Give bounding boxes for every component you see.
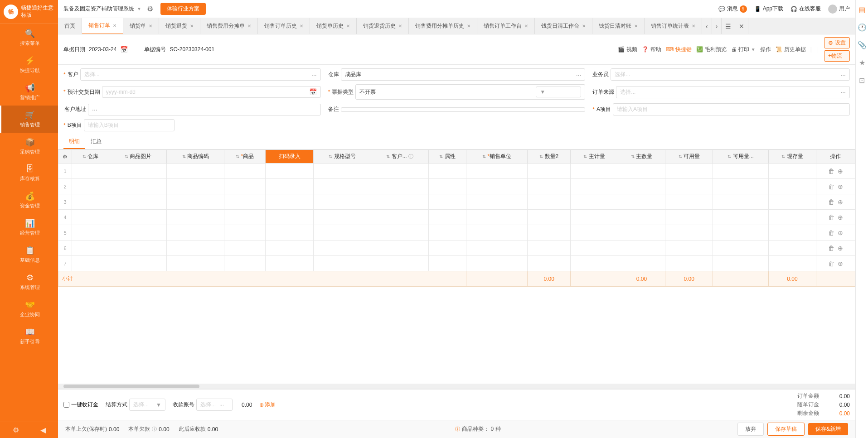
- cell-available[interactable]: [665, 241, 713, 256]
- date-value[interactable]: 2023-03-24: [89, 46, 116, 53]
- cell-attr[interactable]: [429, 256, 466, 271]
- cell-available2[interactable]: [713, 225, 768, 241]
- cell-qty2[interactable]: [528, 164, 571, 179]
- order-source-input[interactable]: 选择... ···: [616, 86, 850, 98]
- cell-main-unit[interactable]: [571, 210, 618, 225]
- message-btn[interactable]: 💬 消息 9: [718, 5, 747, 13]
- cell-image[interactable]: [109, 225, 167, 241]
- cell-available2[interactable]: [713, 164, 768, 179]
- tab-sales-fee-close-icon[interactable]: ✕: [247, 24, 251, 29]
- cell-available2[interactable]: [713, 194, 768, 210]
- tab-sales-inv-hist-close-icon[interactable]: ✕: [346, 24, 350, 29]
- discard-btn[interactable]: 放弃: [737, 423, 764, 436]
- row-delete-icon[interactable]: 🗑: [827, 259, 835, 268]
- cell-unit[interactable]: [466, 210, 528, 225]
- warehouse-input[interactable]: 成品库 ···: [341, 68, 586, 81]
- cell-main-qty[interactable]: [618, 194, 665, 210]
- cell-code[interactable]: [167, 194, 224, 210]
- tab-prev-btn[interactable]: ‹: [702, 18, 712, 34]
- cell-attr[interactable]: [429, 225, 466, 241]
- sidebar-item-basic[interactable]: 📋 基础信息: [0, 241, 58, 268]
- sidebar-item-inventory[interactable]: 🗄 库存核算: [0, 160, 58, 187]
- cell-qty2[interactable]: [528, 210, 571, 225]
- tab-close-all-btn[interactable]: ✕: [735, 18, 748, 34]
- cell-main-unit[interactable]: [571, 179, 618, 194]
- sidebar-collapse-icon[interactable]: ◀: [40, 426, 46, 434]
- cell-main-unit[interactable]: [571, 241, 618, 256]
- cell-product[interactable]: [224, 179, 266, 194]
- cell-code[interactable]: [167, 179, 224, 194]
- row-copy-icon[interactable]: ⊕: [837, 244, 844, 253]
- cell-warehouse[interactable]: [72, 179, 109, 194]
- cell-unit[interactable]: [466, 256, 528, 271]
- tab-sales-fee[interactable]: 销售费用分摊单 ✕: [200, 18, 258, 34]
- tab-detail[interactable]: 明细: [63, 135, 85, 149]
- horizontal-scrollbar[interactable]: [63, 385, 199, 388]
- tab-daily-clear-close-icon[interactable]: ✕: [582, 24, 586, 29]
- tab-sales-inv-hist[interactable]: 销货单历史 ✕: [310, 18, 357, 34]
- row-copy-icon[interactable]: ⊕: [837, 197, 844, 207]
- cell-spec[interactable]: [314, 210, 371, 225]
- cell-unit[interactable]: [466, 225, 528, 241]
- sidebar-item-search[interactable]: 🔍 搜索菜单: [0, 24, 58, 51]
- b-project-input[interactable]: 请输入B项目: [84, 119, 175, 131]
- sidebar-item-quicknav[interactable]: ⚡ 快捷导航: [0, 51, 58, 78]
- tab-sales-fee-hist-close-icon[interactable]: ✕: [467, 24, 470, 29]
- cell-code[interactable]: [167, 164, 224, 179]
- customer-input[interactable]: 选择... ···: [80, 68, 321, 81]
- cell-image[interactable]: [109, 210, 167, 225]
- cell-available[interactable]: [665, 164, 713, 179]
- cell-available[interactable]: [665, 256, 713, 271]
- add-logistics-btn[interactable]: +物流: [824, 50, 850, 62]
- cell-unit[interactable]: [466, 194, 528, 210]
- row-copy-icon[interactable]: ⊕: [837, 182, 844, 191]
- cell-customer-code[interactable]: [371, 210, 429, 225]
- tab-sales-fee-hist[interactable]: 销售费用分摊单历史 ✕: [409, 18, 477, 34]
- one-click-checkbox-input[interactable]: [63, 402, 69, 408]
- cell-qty2[interactable]: [528, 225, 571, 241]
- tab-sales-ret-hist[interactable]: 销货退货历史 ✕: [357, 18, 409, 34]
- cell-qty2[interactable]: [528, 241, 571, 256]
- cell-code[interactable]: [167, 225, 224, 241]
- cell-available[interactable]: [665, 179, 713, 194]
- app-download-btn[interactable]: 📱 App下载: [754, 5, 783, 13]
- shortcut-btn[interactable]: ⌨ 快捷键: [666, 46, 692, 53]
- cell-warehouse[interactable]: [72, 225, 109, 241]
- row-copy-icon[interactable]: ⊕: [837, 259, 844, 268]
- cell-product[interactable]: [224, 241, 266, 256]
- tab-sales-return-close-icon[interactable]: ✕: [190, 24, 194, 29]
- row-copy-icon[interactable]: ⊕: [837, 167, 844, 176]
- cell-product[interactable]: [224, 194, 266, 210]
- tab-sales-return[interactable]: 销货退货 ✕: [159, 18, 200, 34]
- save-new-btn[interactable]: 保存&新增: [808, 423, 848, 435]
- cell-stock[interactable]: [769, 225, 816, 241]
- tab-sales-workbench[interactable]: 销售订单工作台 ✕: [477, 18, 535, 34]
- cell-code[interactable]: [167, 256, 224, 271]
- cell-spec[interactable]: [314, 164, 371, 179]
- settings-btn[interactable]: ⚙ 设置: [824, 37, 850, 48]
- account-select[interactable]: 选择... ···: [196, 399, 233, 411]
- salesperson-input[interactable]: 选择... ···: [611, 68, 850, 81]
- cell-stock[interactable]: [769, 256, 816, 271]
- cell-spec[interactable]: [314, 194, 371, 210]
- invoice-type-select[interactable]: 不开票 ▼: [355, 84, 585, 100]
- cell-available2[interactable]: [713, 241, 768, 256]
- cell-stock[interactable]: [769, 210, 816, 225]
- cell-warehouse[interactable]: [72, 164, 109, 179]
- cell-stock[interactable]: [769, 241, 816, 256]
- sidebar-item-marketing[interactable]: 📢 营销推广: [0, 78, 58, 106]
- cell-customer-code[interactable]: [371, 225, 429, 241]
- tab-sales-workbench-close-icon[interactable]: ✕: [524, 24, 528, 29]
- tab-sales-ret-hist-close-icon[interactable]: ✕: [398, 24, 402, 29]
- user-btn[interactable]: 用户: [828, 5, 850, 14]
- one-click-checkbox[interactable]: 一键收订金: [63, 401, 98, 409]
- cell-main-unit[interactable]: [571, 256, 618, 271]
- print-btn[interactable]: 🖨 打印 ▼: [731, 46, 756, 53]
- cell-spec[interactable]: [314, 256, 371, 271]
- online-support-btn[interactable]: 🎧 在线客服: [790, 5, 821, 13]
- cell-warehouse[interactable]: [72, 210, 109, 225]
- sidebar-item-operations[interactable]: 📊 经营管理: [0, 214, 58, 241]
- cell-qty2[interactable]: [528, 179, 571, 194]
- cell-spec[interactable]: [314, 225, 371, 241]
- sidebar-item-finance[interactable]: 💰 资金管理: [0, 187, 58, 214]
